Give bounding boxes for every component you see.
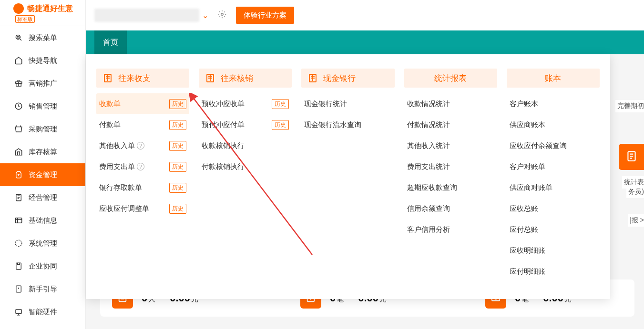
history-badge[interactable]: 历史 (169, 183, 186, 193)
mm-item-label: 应收应付调整单 (99, 204, 149, 213)
mm-item-label: 信用余额查询 (407, 204, 450, 213)
sidebar-item-fund[interactable]: 资金管理 (0, 163, 85, 186)
biz-icon (14, 193, 23, 202)
document-icon (625, 150, 638, 164)
mm-item[interactable]: 应收应付调整单历史 (96, 198, 189, 219)
sidebar-item-base[interactable]: 基础信息 (0, 209, 85, 232)
mm-item-label: 供应商账本 (510, 120, 545, 130)
settings-button[interactable] (215, 8, 229, 22)
mm-item-label: 应付总账 (510, 225, 538, 234)
mm-item[interactable]: 付款核销执行 (199, 156, 292, 177)
mm-item[interactable]: 客户对账单 (507, 156, 600, 177)
mm-item[interactable]: 信用余额查询 (404, 198, 497, 219)
mm-item[interactable]: 收款核销执行 (199, 135, 292, 156)
mm-item-label: 付款核销执行 (202, 162, 245, 171)
mm-section-3: 统计报表收款情况统计付款情况统计其他收入统计费用支出统计超期应收款查询信用余额查… (399, 69, 502, 282)
sidebar-item-home[interactable]: 快捷导航 (0, 49, 85, 72)
mm-item[interactable]: 应收应付余额查询 (507, 135, 600, 156)
sidebar-item-label: 经营管理 (29, 193, 57, 202)
purchase-icon (14, 125, 23, 133)
mm-item-label: 应付明细账 (510, 267, 545, 276)
mm-item[interactable]: 其他收入统计 (404, 135, 497, 156)
section-header-icon (307, 72, 318, 84)
stock-icon (14, 148, 23, 156)
mm-item[interactable]: 收款单历史 (96, 93, 189, 114)
mm-item-label: 收款核销执行 (202, 141, 245, 150)
mm-item-label: 客户信用分析 (407, 225, 450, 234)
mm-item[interactable]: 现金银行统计 (301, 93, 394, 114)
base-icon (14, 216, 23, 225)
history-badge[interactable]: 历史 (169, 120, 186, 130)
sidebar-item-biz[interactable]: 经营管理 (0, 186, 85, 209)
section-header-icon (102, 72, 113, 84)
mm-item[interactable]: 供应商账本 (507, 114, 600, 135)
mm-item-label: 应收明细账 (510, 246, 545, 255)
mm-item[interactable]: 费用支出单?历史 (96, 156, 189, 177)
mm-item-label: 超期应收款查询 (407, 183, 457, 192)
mm-item[interactable]: 供应商对账单 (507, 177, 600, 198)
history-badge[interactable]: 历史 (169, 162, 186, 172)
mm-item-label: 应收应付余额查询 (510, 141, 567, 150)
mm-item[interactable]: 付款情况统计 (404, 114, 497, 135)
tab-home[interactable]: 首页 (94, 30, 127, 54)
mm-item[interactable]: 其他收入单?历史 (96, 135, 189, 156)
mm-section-header: 账本 (507, 69, 600, 88)
industry-solution-button[interactable]: 体验行业方案 (236, 7, 294, 24)
sidebar-item-purchase[interactable]: 采购管理 (0, 118, 85, 140)
sidebar-item-search[interactable]: 搜索菜单 (0, 26, 85, 49)
sidebar-item-label: 销售管理 (29, 102, 57, 111)
right-action-card[interactable] (619, 144, 644, 170)
mm-section-header: 现金银行 (301, 69, 394, 88)
mm-item-label: 客户账本 (510, 100, 538, 109)
sidebar-item-label: 营销推广 (29, 79, 57, 88)
mm-item[interactable]: 现金银行流水查询 (301, 114, 394, 135)
brand-name: 畅捷通好生意 (27, 4, 73, 14)
sidebar-item-gift[interactable]: 营销推广 (0, 72, 85, 95)
mm-item[interactable]: 费用支出统计 (404, 156, 497, 177)
sidebar-item-sales[interactable]: 销售管理 (0, 95, 85, 118)
mm-item[interactable]: 应收明细账 (507, 240, 600, 261)
sidebar-item-label: 系统管理 (29, 239, 57, 248)
mm-item[interactable]: 应付总账 (507, 219, 600, 240)
mm-item[interactable]: 超期应收款查询 (404, 177, 497, 198)
svg-rect-12 (16, 309, 21, 314)
mm-item[interactable]: 银行存取款单历史 (96, 177, 189, 198)
history-badge[interactable]: 历史 (169, 141, 186, 151)
sidebar-header: 畅捷通好生意 标准版 (0, 0, 85, 26)
sidebar-item-label: 快捷导航 (29, 56, 57, 65)
sidebar-item-coop[interactable]: 企业协同 (0, 255, 85, 278)
search-icon (14, 33, 23, 42)
mm-section-0: 往来收支收款单历史付款单历史其他收入单?历史费用支出单?历史银行存取款单历史应收… (92, 69, 194, 282)
history-badge[interactable]: 历史 (169, 99, 186, 109)
tabbar: 首页 (86, 30, 644, 54)
mm-section-2: 现金银行现金银行统计现金银行流水查询 (296, 69, 399, 282)
brand-edition: 标准版 (15, 15, 35, 23)
fund-icon (14, 170, 23, 179)
mm-section-header: 往来收支 (96, 69, 189, 88)
sidebar-item-hw[interactable]: 智能硬件 (0, 300, 85, 323)
mm-item[interactable]: 预收冲应收单历史 (199, 93, 292, 114)
mm-item[interactable]: 应付明细账 (507, 261, 600, 282)
history-badge[interactable]: 历史 (169, 204, 186, 214)
org-selector[interactable]: ⌄ (94, 9, 208, 22)
svg-line-3 (20, 39, 21, 40)
mm-item[interactable]: 客户账本 (507, 93, 600, 114)
svg-point-0 (18, 6, 20, 8)
history-badge[interactable]: 历史 (272, 99, 289, 109)
mm-item-label: 付款单 (99, 120, 121, 130)
mm-item[interactable]: 应收总账 (507, 198, 600, 219)
mm-item[interactable]: 客户信用分析 (404, 219, 497, 240)
mm-item-label: 现金银行流水查询 (304, 120, 361, 130)
sidebar-item-stock[interactable]: 库存核算 (0, 140, 85, 163)
sidebar-item-system[interactable]: 系统管理 (0, 232, 85, 255)
brand-logo-icon (13, 3, 24, 14)
mm-item[interactable]: 预付冲应付单历史 (199, 114, 292, 135)
sidebar-item-label: 搜索菜单 (29, 33, 57, 42)
mm-item[interactable]: 付款单历史 (96, 114, 189, 135)
svg-point-1 (16, 35, 20, 39)
sidebar-item-label: 资金管理 (29, 170, 57, 179)
sidebar-item-guide[interactable]: 新手引导 (0, 278, 85, 300)
mm-item-label: 其他收入单 (99, 141, 135, 150)
mm-item[interactable]: 收款情况统计 (404, 93, 497, 114)
history-badge[interactable]: 历史 (272, 120, 289, 130)
